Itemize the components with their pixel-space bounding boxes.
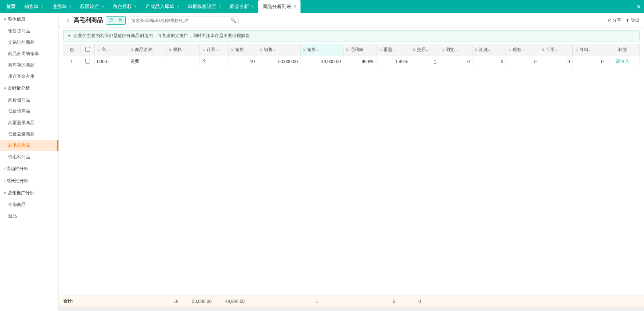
sidebar-item-high-cover[interactable]: 高覆盖量商品 [0,117,58,129]
sort-icon: ⇅ [413,48,415,52]
tab-product-in[interactable]: 产成品入库单 × [141,0,183,13]
export-icon: ⬆ [626,18,629,23]
tab-template[interactable]: 单据模板设置 × [183,0,226,13]
chevron-down-icon: ∨ [4,191,6,195]
tab-home[interactable]: 首页 [1,0,20,13]
sidebar-group-marketing[interactable]: ∨ 营销推广分析 [0,187,58,199]
tab-close-role[interactable]: × [134,4,137,9]
table-row: 1 0000... 运费 个 10 50,000.00 49,900.00 99… [63,56,640,67]
th-stock3[interactable]: ⇅ 可销... [572,44,606,56]
table-header-row: ⚙ ⇅ 商... ⇅ [63,44,640,56]
sidebar-item-high-gross[interactable]: 高毛利商品 [0,140,58,151]
sort-icon: ⇅ [130,48,133,52]
horizontal-scrollbar[interactable] [59,307,644,311]
th-code[interactable]: ⇅ 商... [95,44,128,56]
tab-goods-analysis[interactable]: 商品分析 × [226,0,258,13]
row-gross-rate: 99.8% [343,56,377,67]
info-banner: ✦ 企业的主要的利润都是这部分商品创造的，可考虑加大推广，同时关注库存是不要出现… [63,30,640,41]
sidebar-item-new-goods[interactable]: 新品 [0,210,58,222]
th-sales-qty[interactable]: ⇅ 销售... [229,44,257,56]
data-table: ⚙ ⇅ 商... ⇅ [63,44,640,67]
th-unit[interactable]: ⇅ 计量... [200,44,229,56]
footer-sales-amt: 50,000.00 [181,299,214,304]
footer-stock2: 0 [397,299,423,304]
sidebar-item-sales-goods[interactable]: 销售货商品 [0,25,58,37]
export-button[interactable]: ⬆ 导出 [626,17,640,23]
sort-icon: ⇅ [303,48,306,52]
row-sales-qty: 10 [229,56,257,67]
content-area: 《 高毛利商品 近一月 🔍 ⎘ 分享 ⬆ 导出 ✦ 企业的主要的利润都是这部 [59,13,644,311]
sidebar-item-category-rate[interactable]: 商品分类助销率 [0,48,58,59]
settings-icon[interactable]: ⚙ [69,47,74,53]
tab-close-permission[interactable]: × [101,4,104,9]
tab-bar: 首页 销售单 × 进货单 × 权限设置 × 角色授权 × 产成品入库单 × 单据… [0,0,644,13]
th-sales-cost[interactable]: ⇅ 销售... [300,44,343,56]
sort-icon: ⇅ [379,48,382,52]
footer-label: 合计: [63,298,159,304]
select-all-checkbox[interactable] [85,47,90,52]
search-input[interactable] [131,18,230,23]
tab-role[interactable]: 角色授权 × [108,0,141,13]
share-button[interactable]: ⎘ 分享 [608,17,621,23]
table-wrapper: ⚙ ⇅ 商... ⇅ [59,44,644,296]
filter-recent-month-button[interactable]: 近一月 [106,16,126,25]
th-stock2[interactable]: ⇅ 可用... [539,44,572,56]
sidebar-item-low-gross[interactable]: 低毛利商品 [0,151,58,163]
sort-icon: ⇅ [346,48,349,52]
tab-close-goods-analysis-list[interactable]: × [294,4,296,9]
th-sales-amt[interactable]: ⇅ 销售... [257,44,300,56]
th-browse1[interactable]: ⇅ 浏览... [439,44,472,56]
sidebar-item-low-value[interactable]: 低价值商品 [0,106,58,117]
th-check [80,44,95,56]
sort-icon: ⇅ [508,48,511,52]
th-trade[interactable]: ⇅ 交易... [410,44,439,56]
th-stock1[interactable]: ⇅ 现有... [506,44,539,56]
header-actions: ⎘ 分享 ⬆ 导出 [608,17,640,23]
sidebar-group-contribution[interactable]: ∨ 贡献量分析 [0,82,58,94]
th-gross-rate[interactable]: ⇅ 毛利率 [343,44,377,56]
th-spec[interactable]: ⇅ 规格... [166,44,200,56]
th-name[interactable]: ⇅ 商品名称 [128,44,166,56]
sidebar-item-stock-capital[interactable]: 库存资金占用 [0,71,58,82]
sort-icon: ⇅ [475,48,478,52]
row-browse1: 0 [439,56,472,67]
tab-goods-analysis-list[interactable]: 商品分析列表 × [258,0,301,13]
tab-close-sales[interactable]: × [41,4,43,9]
row-unit: 个 [200,56,229,67]
tab-close-purchase[interactable]: × [69,4,71,9]
main-layout: ∨ 整体信息 销售货商品 交易过的商品 商品分类助销率 有库存的商品 库存资金占… [0,13,644,311]
tab-close-goods-analysis[interactable]: × [251,4,254,9]
tag-label: 高收入 [616,59,629,64]
row-stock2: 0 [539,56,572,67]
sort-icon: ⇅ [542,48,544,52]
sidebar-item-stock-goods[interactable]: 有库存的商品 [0,59,58,71]
row-trade: 1 [410,56,439,67]
row-checkbox[interactable] [85,59,90,64]
sort-icon: ⇅ [97,48,100,52]
footer-sales-cost: 49,900.00 [214,299,247,304]
th-browse2[interactable]: ⇅ 浏览... [472,44,506,56]
tab-sales[interactable]: 销售单 × [20,0,48,13]
sidebar-group-growth[interactable]: › 成长性分析 [0,175,58,187]
footer-bar: 合计: 10 50,000.00 49,900.00 1 0 0 [59,296,644,307]
th-cover[interactable]: ⇅ 覆盖... [377,44,410,56]
tab-close-product-in[interactable]: × [176,4,179,9]
tab-purchase[interactable]: 进货单 × [48,0,76,13]
sidebar-collapse-button[interactable]: 《 [63,17,71,24]
close-all-tabs-icon[interactable]: ✕ [636,3,641,10]
search-icon: 🔍 [230,18,236,23]
sidebar-group-overall[interactable]: ∨ 整体信息 [0,13,58,25]
sidebar-group-trend[interactable]: › 流趋性分析 [0,163,58,175]
sidebar-item-traded-goods[interactable]: 交易过的商品 [0,37,58,48]
row-cover: 1.49% [377,56,410,67]
sort-icon: ⇅ [441,48,444,52]
sidebar-item-all-goods[interactable]: 全部商品 [0,199,58,210]
chevron-down-icon: ∨ [4,86,6,90]
tab-permission[interactable]: 权限设置 × [76,0,108,13]
th-num: ⚙ [63,44,80,56]
tab-close-template[interactable]: × [219,4,221,9]
sidebar-item-low-cover[interactable]: 低覆盖量商品 [0,129,58,140]
trade-link[interactable]: 1 [434,59,436,64]
sidebar-item-high-value[interactable]: 高价值商品 [0,94,58,106]
footer-trade: 1 [298,299,320,304]
